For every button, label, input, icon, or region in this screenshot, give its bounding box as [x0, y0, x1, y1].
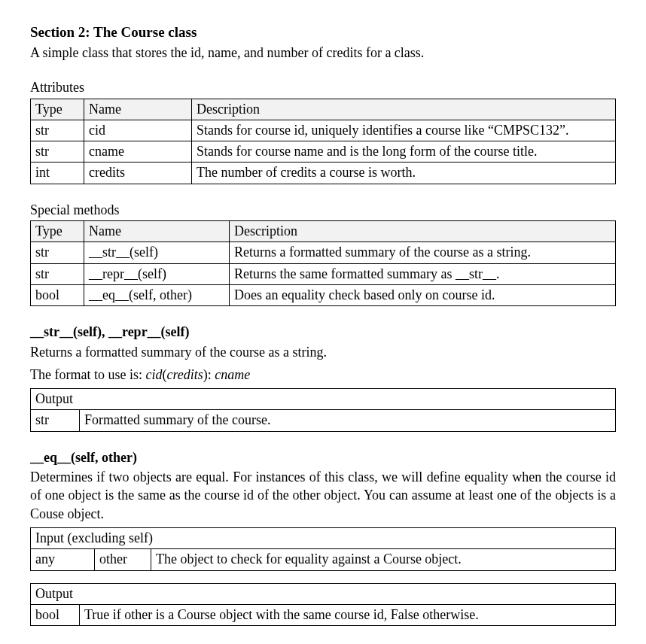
cell-name: cid	[84, 120, 192, 141]
cell-desc: Returns the same formatted summary as __…	[230, 263, 616, 284]
cell-type: bool	[31, 284, 84, 305]
output-header: Output	[31, 389, 616, 410]
section-title: Section 2: The Course class	[30, 24, 616, 41]
cell-name: credits	[84, 163, 192, 184]
table-row: int credits The number of credits a cour…	[31, 163, 616, 184]
cell-desc: Stands for course name and is the long f…	[192, 141, 616, 163]
str-repr-desc-2: The format to use is: cid(credits): cnam…	[30, 366, 616, 384]
cell-desc: Does an equality check based only on cou…	[230, 284, 616, 305]
cell-type: str	[31, 263, 84, 284]
str-repr-desc-1: Returns a formatted summary of the cours…	[30, 343, 616, 361]
eq-output-table: Output bool True if other is a Course ob…	[30, 583, 616, 627]
format-cname: cname	[215, 367, 250, 382]
section-intro: A simple class that stores the id, name,…	[30, 44, 616, 62]
cell-desc: True if other is a Course object with th…	[80, 604, 616, 625]
table-header-row: Type Name Description	[31, 99, 616, 120]
table-row: str __str__(self) Returns a formatted su…	[31, 242, 616, 263]
cell-name: __repr__(self)	[84, 263, 230, 284]
col-desc: Description	[230, 221, 616, 242]
table-row: str cname Stands for course name and is …	[31, 141, 616, 163]
str-output-table: Output str Formatted summary of the cour…	[30, 388, 616, 432]
str-repr-signature: __str__(self), __repr__(self)	[30, 323, 616, 341]
col-type: Type	[31, 99, 84, 120]
table-row: str Formatted summary of the course.	[31, 410, 616, 431]
table-header-row: Type Name Description	[31, 221, 616, 242]
table-row: bool True if other is a Course object wi…	[31, 604, 616, 625]
col-name: Name	[84, 99, 192, 120]
cell-desc: Returns a formatted summary of the cours…	[230, 242, 616, 263]
cell-desc: The object to check for equality against…	[151, 549, 616, 570]
col-name: Name	[84, 221, 230, 242]
cell-type: any	[31, 549, 95, 570]
input-header: Input (excluding self)	[31, 527, 616, 548]
format-cid: cid	[145, 367, 162, 382]
cell-type: str	[31, 410, 80, 431]
eq-desc: Determines if two objects are equal. For…	[30, 468, 616, 523]
cell-type: int	[31, 163, 84, 184]
col-type: Type	[31, 221, 84, 242]
attributes-table: Type Name Description str cid Stands for…	[30, 99, 616, 184]
table-header-row: Output	[31, 583, 616, 604]
cell-name: __str__(self)	[84, 242, 230, 263]
cell-type: str	[31, 141, 84, 163]
text: ):	[203, 367, 215, 382]
attributes-heading: Attributes	[30, 78, 616, 96]
cell-type: bool	[31, 604, 80, 625]
table-row: str __repr__(self) Returns the same form…	[31, 263, 616, 284]
cell-type: str	[31, 120, 84, 141]
table-header-row: Input (excluding self)	[31, 527, 616, 548]
methods-table: Type Name Description str __str__(self) …	[30, 220, 616, 306]
cell-name: other	[95, 549, 151, 570]
methods-heading: Special methods	[30, 201, 616, 219]
cell-desc: Stands for course id, uniquely identifie…	[192, 120, 616, 141]
format-credits: credits	[166, 367, 203, 382]
cell-name: cname	[84, 141, 192, 163]
table-header-row: Output	[31, 389, 616, 410]
table-row: bool __eq__(self, other) Does an equalit…	[31, 284, 616, 305]
eq-signature: __eq__(self, other)	[30, 448, 616, 466]
output-header: Output	[31, 583, 616, 604]
cell-desc: The number of credits a course is worth.	[192, 163, 616, 184]
cell-type: str	[31, 242, 84, 263]
table-row: str cid Stands for course id, uniquely i…	[31, 120, 616, 141]
table-row: any other The object to check for equali…	[31, 549, 616, 570]
cell-desc: Formatted summary of the course.	[80, 410, 616, 431]
text: The format to use is:	[30, 367, 145, 382]
col-desc: Description	[192, 99, 616, 120]
cell-name: __eq__(self, other)	[84, 284, 230, 305]
eq-input-table: Input (excluding self) any other The obj…	[30, 527, 616, 571]
